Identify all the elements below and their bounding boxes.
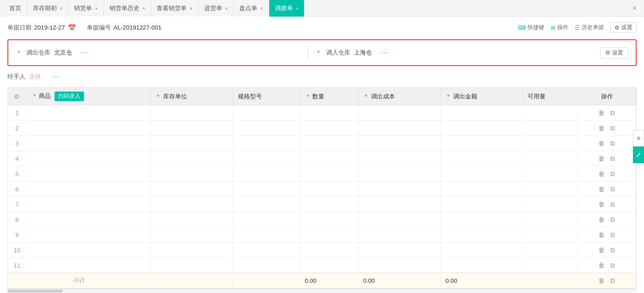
- row-spec[interactable]: [233, 227, 300, 243]
- row-cost[interactable]: [358, 121, 441, 136]
- warehouse-out-value[interactable]: 北京仓: [54, 49, 72, 57]
- scroll-thumb[interactable]: [7, 290, 63, 293]
- settings-button[interactable]: ⚙ 设置: [610, 22, 637, 33]
- row-amount[interactable]: [441, 197, 523, 212]
- row-qty[interactable]: [300, 227, 358, 243]
- subtotal-delete-icon[interactable]: 🗑: [597, 276, 606, 285]
- tab-close-purchase[interactable]: ×: [225, 6, 228, 11]
- row-amount[interactable]: [441, 227, 523, 243]
- tab-close-view-sales[interactable]: ×: [189, 6, 192, 11]
- tab-inventory-check[interactable]: 盘点单 ×: [234, 0, 269, 17]
- subtotal-copy-icon[interactable]: ⧉: [608, 276, 617, 285]
- row-qty[interactable]: [300, 243, 358, 258]
- tab-view-sales[interactable]: 查看销货单 ×: [151, 0, 198, 17]
- tab-transfer[interactable]: 调拨单 ×: [269, 0, 304, 17]
- row-amount[interactable]: [441, 151, 523, 166]
- calendar-icon[interactable]: 📅: [68, 24, 76, 31]
- row-spec[interactable]: [233, 243, 300, 258]
- row-product[interactable]: [26, 151, 151, 166]
- manager-select[interactable]: 选择...: [29, 73, 46, 81]
- copy-icon[interactable]: ⧉: [608, 231, 617, 239]
- row-qty[interactable]: [300, 166, 358, 182]
- row-unit[interactable]: [151, 166, 233, 182]
- delete-icon[interactable]: 🗑: [597, 124, 606, 132]
- copy-icon[interactable]: ⧉: [608, 200, 617, 208]
- operation-btn[interactable]: ⊞ 操作: [551, 24, 568, 31]
- table-gear-icon[interactable]: ⚙: [14, 93, 20, 100]
- row-product[interactable]: [26, 258, 151, 273]
- row-available[interactable]: [523, 212, 578, 227]
- row-spec[interactable]: [233, 136, 300, 151]
- row-cost[interactable]: [358, 243, 441, 258]
- delete-icon[interactable]: 🗑: [597, 246, 606, 254]
- section-settings-button[interactable]: ⚙ 设置: [600, 47, 628, 59]
- row-unit[interactable]: [151, 212, 233, 227]
- delete-icon[interactable]: 🗑: [597, 200, 606, 208]
- row-product[interactable]: [26, 212, 151, 227]
- row-available[interactable]: [523, 166, 578, 182]
- row-unit[interactable]: [151, 121, 233, 136]
- tab-home[interactable]: 首页: [4, 0, 27, 17]
- row-available[interactable]: [523, 105, 578, 121]
- copy-icon[interactable]: ⧉: [608, 261, 617, 269]
- row-unit[interactable]: [151, 105, 233, 121]
- row-product[interactable]: [26, 105, 151, 121]
- row-spec[interactable]: [233, 151, 300, 166]
- row-qty[interactable]: [300, 151, 358, 166]
- row-available[interactable]: [523, 121, 578, 136]
- window-close-icon[interactable]: ×: [629, 4, 640, 12]
- tab-sales-history[interactable]: 销货单历史 ×: [104, 0, 151, 17]
- float-expand-icon[interactable]: ⤢: [633, 146, 644, 163]
- row-unit[interactable]: [151, 227, 233, 243]
- row-spec[interactable]: [233, 105, 300, 121]
- row-available[interactable]: [523, 227, 578, 243]
- row-amount[interactable]: [441, 136, 523, 151]
- row-amount[interactable]: [441, 166, 523, 182]
- row-unit[interactable]: [151, 243, 233, 258]
- row-cost[interactable]: [358, 182, 441, 197]
- tab-sales-order[interactable]: 销货单 ×: [68, 0, 103, 17]
- row-amount[interactable]: [441, 182, 523, 197]
- copy-icon[interactable]: ⧉: [608, 170, 617, 178]
- row-available[interactable]: [523, 136, 578, 151]
- row-available[interactable]: [523, 258, 578, 273]
- row-spec[interactable]: [233, 258, 300, 273]
- delete-icon[interactable]: 🗑: [597, 215, 606, 224]
- row-amount[interactable]: [441, 258, 523, 273]
- row-qty[interactable]: [300, 258, 358, 273]
- copy-icon[interactable]: ⧉: [608, 124, 617, 132]
- row-cost[interactable]: [358, 197, 441, 212]
- row-qty[interactable]: [300, 105, 358, 121]
- float-list-icon[interactable]: ≡: [633, 130, 644, 146]
- row-qty[interactable]: [300, 212, 358, 227]
- copy-icon[interactable]: ⧉: [608, 139, 617, 147]
- warehouse-out-more-icon[interactable]: ···: [80, 49, 89, 57]
- copy-icon[interactable]: ⧉: [608, 109, 617, 117]
- scan-button[interactable]: 扫码录入: [55, 92, 84, 101]
- row-amount[interactable]: [441, 212, 523, 227]
- row-qty[interactable]: [300, 197, 358, 212]
- warehouse-in-more-icon[interactable]: ···: [380, 49, 389, 57]
- warehouse-in-value[interactable]: 上海仓: [354, 49, 372, 57]
- row-available[interactable]: [523, 243, 578, 258]
- row-unit[interactable]: [151, 258, 233, 273]
- row-product[interactable]: [26, 227, 151, 243]
- row-available[interactable]: [523, 197, 578, 212]
- row-cost[interactable]: [358, 151, 441, 166]
- row-qty[interactable]: [300, 121, 358, 136]
- row-product[interactable]: [26, 197, 151, 212]
- delete-icon[interactable]: 🗑: [597, 109, 606, 117]
- row-unit[interactable]: [151, 136, 233, 151]
- copy-icon[interactable]: ⧉: [608, 154, 617, 163]
- tab-close-transfer[interactable]: ×: [296, 6, 298, 11]
- row-unit[interactable]: [151, 182, 233, 197]
- copy-icon[interactable]: ⧉: [608, 215, 617, 224]
- row-product[interactable]: [26, 182, 151, 197]
- copy-icon[interactable]: ⧉: [608, 246, 617, 254]
- manager-more-icon[interactable]: ···: [53, 73, 59, 81]
- row-available[interactable]: [523, 151, 578, 166]
- tab-purchase[interactable]: 进货单 ×: [199, 0, 234, 17]
- delete-icon[interactable]: 🗑: [597, 139, 606, 147]
- row-amount[interactable]: [441, 121, 523, 136]
- tab-close-inventory-init[interactable]: ×: [60, 6, 62, 11]
